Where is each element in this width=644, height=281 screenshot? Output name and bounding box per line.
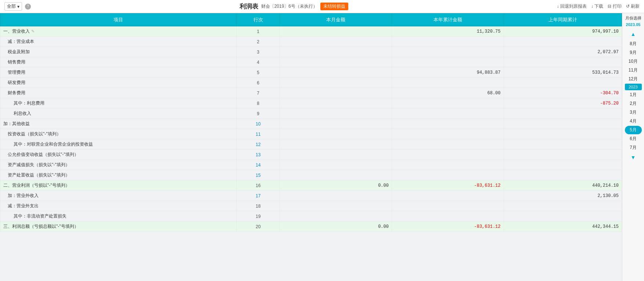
scope-label: 全部 (7, 3, 16, 10)
month-up-arrow[interactable]: ▲ (629, 30, 638, 39)
sidebar-month-11[interactable]: 11月 (625, 66, 642, 74)
top-bar: 全部 ▾ ? 利润表 财会〔2019〕6号（未执行） 未结转损益 ↓ 回退到原报… (0, 0, 644, 13)
cell-item-1: 减：营业成本 (0, 37, 237, 47)
cell-item-0: 一、营业收入✎ (0, 26, 237, 37)
edit-icon[interactable]: ✎ (31, 29, 35, 34)
sidebar-month-1[interactable]: 1月 (625, 91, 642, 99)
cell-prev-18 (504, 211, 622, 222)
cell-ytd-3 (392, 57, 504, 67)
top-bar-right: ↓ 回退到原报表 ↓ 下载 ⊟ 打印 ↺ 刷新 (557, 3, 640, 10)
cell-item-4: 管理费用 (0, 67, 237, 78)
cell-ytd-9 (392, 119, 504, 129)
sidebar-month-5[interactable]: 5月 (625, 126, 642, 134)
cell-month-5 (280, 78, 392, 88)
cell-ytd-5 (392, 78, 504, 88)
sidebar-month-8[interactable]: 8月 (625, 40, 642, 48)
sidebar-month-9[interactable]: 9月 (625, 48, 642, 57)
sidebar-month-6[interactable]: 6月 (625, 135, 642, 143)
month-sidebar: 月份选择 2023.05 ▲ 8月9月10月11月12月20231月2月3月4月… (622, 13, 644, 281)
cell-prev-9 (504, 119, 622, 129)
cell-month-13 (280, 160, 392, 170)
scope-dropdown[interactable]: 全部 ▾ (4, 2, 22, 11)
cell-ytd-10 (392, 129, 504, 139)
sidebar-month-3[interactable]: 3月 (625, 108, 642, 117)
cell-prev-12 (504, 150, 622, 160)
cell-month-15: 0.00 (280, 180, 392, 191)
table-row: 其中：利息费用8-875.20 (0, 98, 622, 109)
help-icon[interactable]: ? (25, 4, 31, 10)
table-row: 税金及附加32,072.97 (0, 47, 622, 57)
cell-ytd-11 (392, 139, 504, 150)
cell-prev-13 (504, 160, 622, 170)
cell-ytd-4: 94,883.87 (392, 67, 504, 78)
table-header-row: 项目 行次 本月金额 本年累计金额 上年同期累计 (0, 14, 622, 26)
cell-rownum-6: 7 (236, 88, 280, 98)
cell-item-19: 三、利润总额（亏损总额以"-"号填列） (0, 222, 237, 232)
table-row: 管理费用594,883.87533,014.73 (0, 67, 622, 78)
sidebar-month-12[interactable]: 12月 (625, 75, 642, 83)
cell-month-12 (280, 150, 392, 160)
cell-prev-16: 2,130.05 (504, 191, 622, 201)
cell-rownum-9: 10 (236, 119, 280, 129)
table-row: 财务费用768.00-304.70 (0, 88, 622, 98)
cell-item-11: 其中：对联营企业和合营企业的投资收益 (0, 139, 237, 150)
col-header-item: 项目 (0, 14, 237, 26)
cell-prev-2: 2,072.97 (504, 47, 622, 57)
cell-item-3: 销售费用 (0, 57, 237, 67)
status-badge[interactable]: 未结转损益 (320, 3, 348, 10)
cell-rownum-0: 1 (236, 26, 280, 37)
cell-ytd-15: -83,631.12 (392, 180, 504, 191)
report-subtitle: 财会〔2019〕6号（未执行） (261, 3, 317, 10)
col-header-prev: 上年同期累计 (504, 14, 622, 26)
cell-item-6: 财务费用 (0, 88, 237, 98)
cell-rownum-8: 9 (236, 109, 280, 119)
cell-month-3 (280, 57, 392, 67)
cell-prev-17 (504, 201, 622, 211)
cell-prev-15: 440,214.10 (504, 180, 622, 191)
cell-prev-14 (504, 170, 622, 180)
chevron-down-icon: ▾ (17, 4, 19, 9)
cell-rownum-14: 15 (236, 170, 280, 180)
table-row: 二、营业利润（亏损以"-"号填列）160.00-83,631.12440,214… (0, 180, 622, 191)
table-row: 其中：非流动资产处置损失19 (0, 211, 622, 222)
print-button[interactable]: ⊟ 打印 (608, 3, 621, 10)
cell-ytd-14 (392, 170, 504, 180)
cell-ytd-8 (392, 109, 504, 119)
cell-item-16: 加：营业外收入 (0, 191, 237, 201)
download-button[interactable]: ↓ 下载 (591, 3, 603, 10)
month-down-arrow[interactable]: ▼ (629, 153, 638, 162)
refresh-button[interactable]: ↺ 刷新 (626, 3, 640, 10)
cell-month-10 (280, 129, 392, 139)
sidebar-month-2[interactable]: 2月 (625, 99, 642, 108)
cell-item-13: 资产减值损失（损失以"-"填列） (0, 160, 237, 170)
table-area: 项目 行次 本月金额 本年累计金额 上年同期累计 一、营业收入✎111,320.… (0, 13, 622, 281)
sidebar-month-7[interactable]: 7月 (625, 143, 642, 152)
cell-item-7: 其中：利息费用 (0, 98, 237, 109)
back-button[interactable]: ↓ 回退到原报表 (557, 3, 587, 10)
table-row: 加：营业外收入172,130.05 (0, 191, 622, 201)
cell-item-12: 公允价值变动收益（损失以"-"填列） (0, 150, 237, 160)
cell-item-8: 利息收入 (0, 109, 237, 119)
cell-item-10: 投资收益（损失以"-"填列） (0, 129, 237, 139)
cell-prev-19: 442,344.15 (504, 222, 622, 232)
sidebar-month-2023[interactable]: 2023 (625, 84, 642, 90)
sidebar-month-10[interactable]: 10月 (625, 57, 642, 66)
cell-month-17 (280, 201, 392, 211)
table-row: 公允价值变动收益（损失以"-"填列）13 (0, 150, 622, 160)
cell-month-1 (280, 37, 392, 47)
sidebar-title: 月份选择 (625, 15, 641, 21)
sidebar-month-4[interactable]: 4月 (625, 117, 642, 125)
sidebar-year-display: 2023.05 (626, 22, 641, 27)
table-row: 减：营业成本2 (0, 37, 622, 47)
cell-rownum-17: 18 (236, 201, 280, 211)
cell-rownum-10: 11 (236, 129, 280, 139)
cell-ytd-16 (392, 191, 504, 201)
cell-rownum-11: 12 (236, 139, 280, 150)
col-header-ytd: 本年累计金额 (392, 14, 504, 26)
cell-rownum-13: 14 (236, 160, 280, 170)
table-row: 一、营业收入✎111,320.75974,997.10 (0, 26, 622, 37)
table-row: 加：其他收益10 (0, 119, 622, 129)
cell-prev-6: -304.70 (504, 88, 622, 98)
cell-month-2 (280, 47, 392, 57)
cell-ytd-2 (392, 47, 504, 57)
